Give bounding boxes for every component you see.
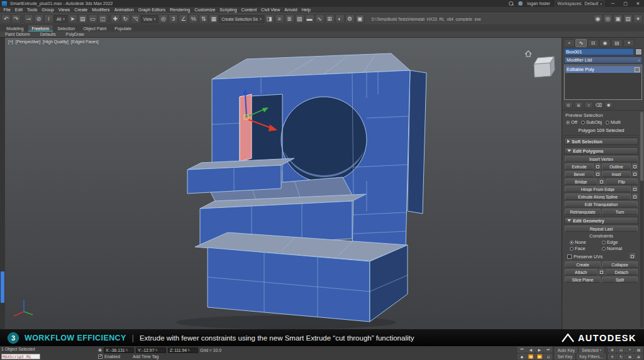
hierarchy-tab[interactable]: ⊟	[587, 39, 599, 47]
play-icon[interactable]: ▶	[535, 347, 543, 352]
insert-vertex-button[interactable]: Insert Vertex	[565, 156, 638, 162]
close-button[interactable]: ✕	[634, 1, 642, 6]
rectangular-selection-region-icon[interactable]: ▭	[88, 14, 97, 24]
edit-triangulation-button[interactable]: Edit Triangulation	[565, 201, 638, 207]
ribbon-toggle-icon[interactable]: ▬	[305, 14, 314, 24]
make-unique-icon[interactable]: ▿	[584, 102, 593, 109]
inset-button[interactable]: Inset	[602, 171, 631, 177]
retriangulate-button[interactable]: Retriangulate	[565, 209, 601, 215]
render-setup-icon[interactable]: ⚙	[345, 14, 355, 24]
rollout-edit-polygons[interactable]: Edit Polygons	[564, 147, 638, 155]
extrude-along-spline-settings-button[interactable]	[632, 194, 638, 200]
menu-item[interactable]: Customize	[192, 8, 218, 12]
selection-lock-icon[interactable]: ◉	[98, 347, 102, 352]
bevel-button[interactable]: Bevel	[565, 171, 594, 177]
bridge-settings-button[interactable]	[599, 178, 604, 185]
preserve-uvs-checkbox[interactable]	[567, 254, 572, 259]
zoom-extents-icon[interactable]: ⊡	[617, 347, 625, 352]
motion-tab[interactable]: ◉	[599, 39, 611, 47]
viewport-menu-item[interactable]: [High Quality]	[43, 40, 69, 44]
menu-item[interactable]: Group	[40, 8, 56, 12]
modify-tab[interactable]: ∿	[575, 39, 587, 47]
pin-stack-icon[interactable]: ⊙	[564, 102, 573, 109]
user-avatar-icon[interactable]	[518, 1, 523, 6]
preview-selection-radio[interactable]: SubObj	[581, 119, 602, 125]
spinner-icon[interactable]: ⇅	[155, 348, 157, 352]
field-of-view-icon[interactable]: ▤	[635, 347, 643, 352]
menu-item[interactable]: Arnold	[282, 8, 299, 12]
curve-editor-icon[interactable]: ∿	[315, 14, 325, 24]
extrude-along-spline-button[interactable]: Extrude Along Spline	[565, 194, 631, 200]
previous-frame-icon[interactable]: ◀	[526, 347, 535, 352]
viewport-menu-item[interactable]: [Edged Faces]	[71, 40, 99, 44]
app-icon[interactable]	[2, 1, 7, 6]
select-and-move-icon[interactable]: ✚	[111, 14, 120, 24]
signed-in-user[interactable]: logan foster	[527, 1, 550, 6]
menu-item[interactable]: Tools	[25, 8, 39, 12]
unlink-selection-icon[interactable]: ⊘	[34, 14, 43, 24]
ribbon-panel-title[interactable]: Defaults	[40, 32, 56, 36]
modifier-stack[interactable]: Editable Poly	[564, 65, 642, 100]
scrollbar-thumb[interactable]	[640, 112, 643, 181]
maxscript-mini-listener[interactable]: MAXScript Mi	[1, 354, 40, 359]
go-to-start-icon[interactable]: ⏮	[518, 347, 526, 352]
turn-button[interactable]: Turn	[602, 209, 638, 215]
viewport-menu-item[interactable]: [Perspective]	[16, 40, 40, 44]
create-button[interactable]: Create	[565, 261, 601, 268]
ribbon-tab[interactable]: Selection	[53, 25, 79, 31]
slice-plane-button[interactable]: Slice Plane	[565, 276, 601, 283]
ribbon-panel-title[interactable]: Paint Deform	[5, 32, 30, 36]
display-tab[interactable]: ▤	[611, 39, 623, 47]
roll-view-icon[interactable]: ⊠	[626, 354, 634, 359]
constraint-radio[interactable]: None	[570, 239, 601, 245]
constraint-radio[interactable]: Face	[570, 246, 601, 251]
z-coordinate-field[interactable]: Z: 111.94 ⇅	[168, 347, 198, 353]
angle-snap-icon[interactable]: ∠	[179, 14, 188, 24]
menu-item[interactable]: File	[1, 8, 13, 12]
menu-item[interactable]: Content	[239, 8, 259, 12]
outline-button[interactable]: Outline	[602, 163, 631, 170]
scene-explorer-icon[interactable]: ≣	[285, 14, 294, 24]
bind-to-space-warp-icon[interactable]: ≀	[44, 14, 53, 24]
key-mode-icon[interactable]: ◆	[518, 354, 526, 359]
reference-coordinate-dropdown[interactable]: View ▾	[141, 15, 158, 23]
orbit-icon[interactable]: ↻	[617, 354, 625, 359]
outline-settings-button[interactable]	[632, 163, 638, 170]
select-object-icon[interactable]: ➤	[68, 14, 77, 24]
menu-item[interactable]: Scripting	[218, 8, 239, 12]
repeat-last-button[interactable]: Repeat Last	[565, 226, 638, 232]
object-color-swatch[interactable]	[635, 48, 642, 55]
hinge-settings-button[interactable]	[632, 186, 638, 192]
viewport-canvas[interactable]	[5, 38, 562, 329]
viewcube[interactable]	[525, 51, 555, 77]
fast-forward-icon[interactable]: ⏩	[535, 354, 543, 359]
selected-dropdown[interactable]: Selected ▾	[579, 347, 604, 353]
spinner-snap-icon[interactable]: ⇅	[199, 14, 208, 24]
menu-item[interactable]: Views	[56, 8, 72, 12]
menu-item[interactable]: Edit	[13, 8, 25, 12]
menu-item[interactable]: Create	[72, 8, 90, 12]
constraint-radio[interactable]: Normal	[602, 246, 633, 251]
poly-model[interactable]	[176, 53, 426, 329]
menu-item[interactable]: Graph Editors	[136, 8, 167, 12]
maximize-button[interactable]: ▢	[621, 1, 630, 6]
snap-toggle-3d-icon[interactable]: 3	[169, 14, 178, 24]
key-filters-button[interactable]: Key Filters...	[577, 354, 606, 359]
layer-manager-icon[interactable]: ▧	[295, 14, 304, 24]
mirror-icon[interactable]: ◨	[265, 14, 274, 24]
schematic-view-icon[interactable]: ⊞	[325, 14, 335, 24]
viewport-menu-item[interactable]: [+]	[8, 40, 13, 44]
render-production-icon[interactable]: ◉	[593, 14, 602, 24]
maximize-viewport-icon[interactable]: ⊞	[635, 354, 643, 359]
selection-filter-dropdown[interactable]: All ▾	[54, 15, 67, 23]
panel-scrollbar[interactable]	[640, 112, 643, 328]
menu-item[interactable]: Civil View	[259, 8, 282, 12]
menu-item[interactable]: Rendering	[167, 8, 192, 12]
create-tab[interactable]: +	[564, 39, 575, 47]
use-pivot-center-icon[interactable]: ◎	[158, 14, 168, 24]
edit-named-selections-icon[interactable]: ▦	[209, 14, 218, 24]
zoom-region-icon[interactable]: ⌖	[626, 347, 634, 352]
collapse-button[interactable]: Collapse	[602, 261, 638, 268]
inset-settings-button[interactable]	[632, 171, 638, 177]
ribbon-tab[interactable]: Object Paint	[79, 25, 110, 31]
